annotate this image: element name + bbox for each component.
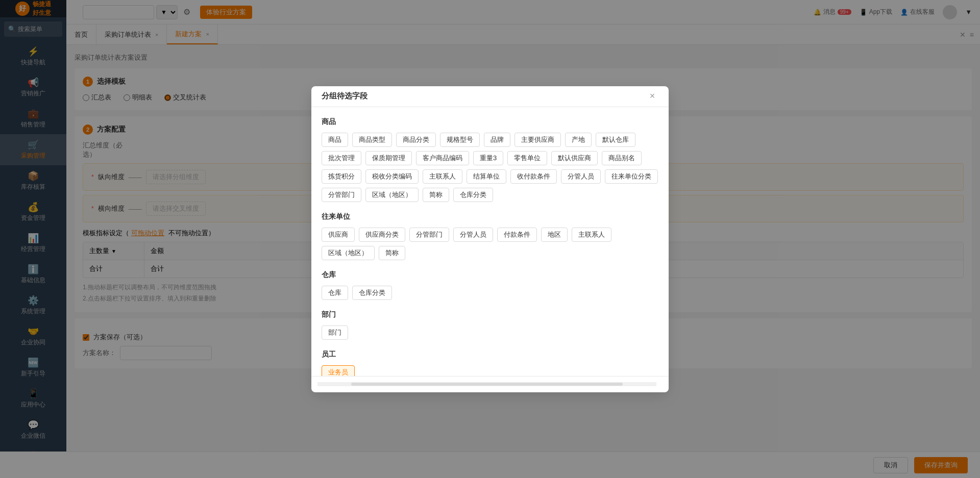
modal-group-3: 部门部门 bbox=[322, 310, 658, 340]
field-tag-0-16[interactable]: 税收分类编码 bbox=[365, 169, 419, 184]
field-tag-2-1[interactable]: 仓库分类 bbox=[352, 286, 392, 300]
field-tag-0-8[interactable]: 批次管理 bbox=[322, 151, 361, 165]
field-tag-1-5[interactable]: 地区 bbox=[541, 228, 568, 242]
field-tag-0-9[interactable]: 保质期管理 bbox=[365, 151, 412, 165]
modal: 分组待选字段 × 商品商品商品类型商品分类规格型号品牌主要供应商产地默认仓库批次… bbox=[311, 86, 669, 392]
modal-group-tags-4: 业务员 bbox=[322, 365, 658, 375]
field-tag-0-10[interactable]: 客户商品编码 bbox=[416, 151, 469, 165]
field-tag-0-4[interactable]: 品牌 bbox=[484, 133, 510, 147]
field-tag-1-7[interactable]: 区域（地区） bbox=[322, 246, 375, 260]
field-tag-1-3[interactable]: 分管人员 bbox=[453, 228, 493, 242]
modal-footer bbox=[311, 376, 669, 392]
modal-group-4: 员工业务员 bbox=[322, 350, 658, 375]
modal-scrollbar-area bbox=[317, 382, 656, 386]
field-tag-1-1[interactable]: 供应商分类 bbox=[359, 228, 405, 242]
modal-group-1: 往来单位供应商供应商分类分管部门分管人员付款条件地区主联系人区域（地区）简称 bbox=[322, 212, 658, 260]
field-tag-1-4[interactable]: 付款条件 bbox=[497, 228, 537, 242]
scrollbar-thumb[interactable] bbox=[351, 383, 622, 386]
field-tag-0-25[interactable]: 仓库分类 bbox=[453, 188, 493, 202]
field-tag-0-15[interactable]: 拣货积分 bbox=[322, 169, 361, 184]
field-tag-0-21[interactable]: 往来单位分类 bbox=[605, 169, 658, 184]
horizontal-scrollbar[interactable] bbox=[317, 382, 656, 386]
field-tag-0-2[interactable]: 商品分类 bbox=[396, 133, 436, 147]
field-tag-0-5[interactable]: 主要供应商 bbox=[514, 133, 561, 147]
field-tag-0-23[interactable]: 区域（地区） bbox=[365, 188, 419, 202]
modal-close-button[interactable]: × bbox=[646, 90, 658, 103]
field-tag-0-19[interactable]: 收付款条件 bbox=[510, 169, 557, 184]
field-tag-1-2[interactable]: 分管部门 bbox=[409, 228, 449, 242]
modal-group-2: 仓库仓库仓库分类 bbox=[322, 270, 658, 300]
modal-title: 分组待选字段 bbox=[322, 91, 368, 101]
field-tag-0-18[interactable]: 结算单位 bbox=[467, 169, 506, 184]
field-tag-0-6[interactable]: 产地 bbox=[565, 133, 592, 147]
field-tag-0-12[interactable]: 零售单位 bbox=[507, 151, 547, 165]
field-tag-1-8[interactable]: 简称 bbox=[379, 246, 405, 260]
modal-header: 分组待选字段 × bbox=[311, 86, 669, 108]
field-tag-1-6[interactable]: 主联系人 bbox=[572, 228, 611, 242]
field-tag-0-22[interactable]: 分管部门 bbox=[322, 188, 361, 202]
modal-group-tags-0: 商品商品类型商品分类规格型号品牌主要供应商产地默认仓库批次管理保质期管理客户商品… bbox=[322, 133, 658, 202]
modal-body: 商品商品商品类型商品分类规格型号品牌主要供应商产地默认仓库批次管理保质期管理客户… bbox=[311, 107, 669, 375]
field-tag-2-0[interactable]: 仓库 bbox=[322, 286, 348, 300]
modal-group-title-3: 部门 bbox=[322, 310, 658, 319]
modal-group-title-4: 员工 bbox=[322, 350, 658, 359]
field-tag-4-0[interactable]: 业务员 bbox=[322, 365, 355, 375]
field-tag-0-7[interactable]: 默认仓库 bbox=[596, 133, 635, 147]
modal-group-title-1: 往来单位 bbox=[322, 212, 658, 221]
modal-group-title-0: 商品 bbox=[322, 117, 658, 127]
field-tag-0-24[interactable]: 简称 bbox=[423, 188, 449, 202]
field-tag-0-11[interactable]: 重量3 bbox=[473, 151, 503, 165]
modal-group-tags-2: 仓库仓库分类 bbox=[322, 286, 658, 300]
field-tag-0-17[interactable]: 主联系人 bbox=[423, 169, 462, 184]
modal-group-0: 商品商品商品类型商品分类规格型号品牌主要供应商产地默认仓库批次管理保质期管理客户… bbox=[322, 117, 658, 202]
field-tag-0-20[interactable]: 分管人员 bbox=[561, 169, 601, 184]
modal-group-tags-1: 供应商供应商分类分管部门分管人员付款条件地区主联系人区域（地区）简称 bbox=[322, 228, 658, 260]
field-tag-0-0[interactable]: 商品 bbox=[322, 133, 348, 147]
field-tag-0-1[interactable]: 商品类型 bbox=[352, 133, 392, 147]
field-tag-0-14[interactable]: 商品别名 bbox=[602, 151, 642, 165]
field-tag-1-0[interactable]: 供应商 bbox=[322, 228, 355, 242]
modal-overlay[interactable]: 分组待选字段 × 商品商品商品类型商品分类规格型号品牌主要供应商产地默认仓库批次… bbox=[0, 0, 980, 478]
field-tag-0-3[interactable]: 规格型号 bbox=[440, 133, 480, 147]
modal-group-tags-3: 部门 bbox=[322, 325, 658, 340]
field-tag-0-13[interactable]: 默认供应商 bbox=[551, 151, 598, 165]
modal-group-title-2: 仓库 bbox=[322, 270, 658, 280]
field-tag-3-0[interactable]: 部门 bbox=[322, 325, 348, 340]
